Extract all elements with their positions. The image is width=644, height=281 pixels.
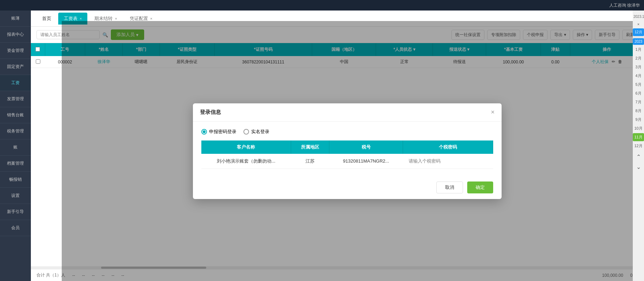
cal-year-2023[interactable]: 2023 — [633, 38, 644, 45]
tab-voucher-label: 凭证配置 — [130, 15, 148, 22]
confirm-button[interactable]: 确定 — [467, 181, 493, 193]
tab-period-label: 期末结转 — [94, 15, 113, 22]
sidebar-item-invoice[interactable]: 发票管理 — [0, 91, 31, 107]
cal-6[interactable]: 6月 — [633, 89, 644, 97]
dialog-table-row: 刘小艳演示账套（勿删勿动... 江苏 91320811MA7NGR2... — [201, 154, 493, 169]
dialog-body: 申报密码登录 实名登录 客户名称 所属地区 税号 个税密码 — [193, 122, 502, 176]
cal-close[interactable]: × — [633, 21, 644, 28]
sidebar-item-guide[interactable]: 新手引导 — [0, 204, 31, 220]
cal-2[interactable]: 2月 — [633, 54, 644, 62]
main-content: 首页 工资表 × 期末结转 × 凭证配置 × × 🔍 添加人员 ▾ 统一社保设置… — [31, 11, 644, 281]
cal-9[interactable]: 9月 — [633, 116, 644, 124]
cal-11[interactable]: 11月 — [633, 133, 644, 141]
sidebar-item-ledger[interactable]: 账 — [0, 139, 31, 156]
cal-1[interactable]: 1月 — [633, 46, 644, 54]
cal-5[interactable]: 5月 — [633, 81, 644, 89]
tab-voucher-close[interactable]: × — [150, 16, 152, 21]
cal-scroll-down[interactable]: ⌄ — [633, 162, 644, 172]
sidebar-item-settings[interactable]: 设置 — [0, 188, 31, 204]
tab-home[interactable]: 首页 — [36, 13, 57, 25]
radio-realname-label: 实名登录 — [251, 129, 269, 135]
sidebar-nav: 账薄 报表中心 资金管理 固定资产 工资 发票管理 销售台账 税务管理 账 档案… — [0, 11, 31, 281]
sidebar-item-sales[interactable]: 销售台账 — [0, 107, 31, 123]
tab-period-close[interactable]: × — [115, 16, 117, 21]
tab-home-label: 首页 — [42, 15, 51, 22]
dialog-header: 登录信息 × — [193, 103, 502, 122]
dialog-password-input-cell[interactable] — [403, 154, 493, 169]
dialog-col-region: 所属地区 — [291, 140, 329, 154]
sidebar-item-capital[interactable]: 资金管理 — [0, 43, 31, 59]
cancel-button[interactable]: 取消 — [436, 181, 463, 193]
sidebar-item-asset[interactable]: 固定资产 — [0, 59, 31, 75]
tab-salary-close[interactable]: × — [80, 16, 82, 21]
topbar: 人工咨询 徐泽华 — [0, 0, 644, 11]
select-all-header[interactable] — [31, 43, 45, 56]
login-info-table: 客户名称 所属地区 税号 个税密码 刘小艳演示账套（勿删勿动... 江苏 913… — [201, 140, 493, 169]
dialog-footer: 取消 确定 — [193, 176, 502, 199]
sidebar-item-salary[interactable]: 工资 — [0, 75, 31, 91]
cal-7[interactable]: 7月 — [633, 98, 644, 106]
dialog-col-taxid: 税号 — [329, 140, 403, 154]
dialog-col-password: 个税密码 — [403, 140, 493, 154]
dialog-customer-name: 刘小艳演示账套（勿删勿动... — [201, 154, 291, 169]
dialog-title: 登录信息 — [200, 109, 221, 116]
radio-password-dot — [201, 129, 207, 135]
sidebar-item-expense[interactable]: 畅报销 — [0, 172, 31, 188]
dialog-password-input[interactable] — [409, 158, 488, 164]
topbar-right-text: 人工咨询 徐泽华 — [609, 2, 640, 8]
total-text: 合计 共（1）人 — [36, 272, 65, 278]
tab-salary-label: 工资表 — [64, 15, 78, 22]
sidebar-item-tax[interactable]: 税务管理 — [0, 123, 31, 139]
cal-10[interactable]: 10月 — [633, 124, 644, 132]
row-checkbox-cell[interactable] — [31, 56, 45, 68]
select-all-checkbox[interactable] — [35, 47, 40, 52]
radio-realname-login[interactable]: 实名登录 — [243, 129, 269, 135]
radio-password-label: 申报密码登录 — [209, 129, 236, 135]
dialog-region: 江苏 — [291, 154, 329, 169]
cal-12[interactable]: 12月 — [633, 142, 644, 150]
cal-scroll-up[interactable]: ⌃ — [633, 152, 644, 162]
sidebar-item-member[interactable]: 会员 — [0, 220, 31, 236]
cal-year-badge[interactable]: 12月 — [633, 28, 644, 36]
cal-3[interactable]: 3月 — [633, 63, 644, 71]
dialog-close-button[interactable]: × — [491, 109, 495, 115]
sidebar-item-archive[interactable]: 档案管理 — [0, 156, 31, 172]
dialog-col-name: 客户名称 — [201, 140, 291, 154]
modal-overlay: 登录信息 × 申报密码登录 实名登录 — [62, 21, 633, 281]
cal-4[interactable]: 4月 — [633, 72, 644, 80]
radio-realname-dot — [243, 129, 249, 135]
sidebar-item-zhang[interactable]: 账薄 — [0, 11, 31, 27]
calendar-sidebar: 2023.11 × 12月 2023 1月 2月 3月 4月 5月 6月 7月 … — [633, 11, 644, 281]
dialog-tax-id: 91320811MA7NGR2... — [329, 154, 403, 169]
sidebar-item-report[interactable]: 报表中心 — [0, 27, 31, 43]
row-checkbox[interactable] — [36, 59, 40, 64]
login-type-radio-group: 申报密码登录 实名登录 — [201, 129, 493, 135]
radio-password-login[interactable]: 申报密码登录 — [201, 129, 236, 135]
login-dialog: 登录信息 × 申报密码登录 实名登录 — [193, 103, 502, 199]
cal-8[interactable]: 8月 — [633, 107, 644, 115]
calendar-year: 2023.11 — [633, 13, 644, 20]
